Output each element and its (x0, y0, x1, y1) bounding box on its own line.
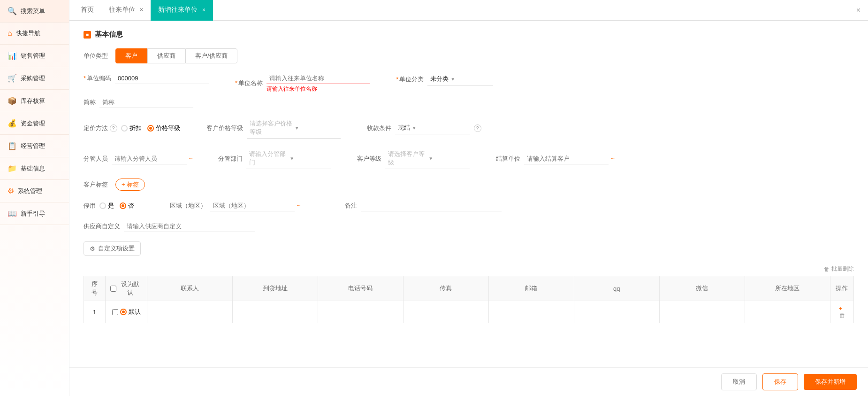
col-action: 操作 (830, 276, 853, 301)
disabled-radio-group: 是 否 (99, 202, 134, 210)
unit-code-input[interactable] (115, 73, 209, 84)
region-table-input[interactable] (750, 309, 825, 316)
radio-disabled-no[interactable]: 否 (120, 202, 134, 210)
tab-new-partner[interactable]: 新增往来单位 × (151, 0, 213, 21)
remark-input[interactable] (361, 200, 502, 211)
sidebar-item-basic[interactable]: 📁 基础信息 (0, 157, 69, 180)
address-input[interactable] (237, 309, 313, 316)
pricing-row: 定价方法 ? 折扣 价格等级 客户价格等级 请选择客户价 (84, 117, 854, 139)
sidebar-item-search[interactable]: 🔍 搜索菜单 (0, 0, 69, 23)
customer-tag-label: 客户标签 (84, 180, 108, 189)
sidebar-item-system[interactable]: ⚙ 系统管理 (0, 180, 69, 202)
tab-partners-close[interactable]: × (140, 7, 143, 13)
remark-group: 备注 (345, 200, 502, 211)
sidebar-item-operations[interactable]: 📋 经营管理 (0, 135, 69, 157)
cell-action: + 🗑 (830, 301, 853, 323)
radio-disabled-yes[interactable]: 是 (99, 202, 114, 210)
custom-settings-button[interactable]: ⚙ 自定义项设置 (84, 241, 141, 256)
cell-address[interactable] (233, 301, 318, 323)
cell-phone[interactable] (318, 301, 404, 323)
settlement-unit-input[interactable] (524, 153, 609, 164)
fax-input[interactable] (408, 309, 484, 316)
btn-supplier[interactable]: 供应商 (147, 48, 185, 63)
customer-level-select[interactable]: 请选择客户等级 ▼ (385, 148, 470, 169)
sidebar-item-inventory[interactable]: 📦 库存核算 (0, 90, 69, 112)
col-phone: 电话号码 (318, 276, 404, 301)
select-all-checkbox[interactable] (110, 286, 116, 292)
short-name-input[interactable] (99, 97, 193, 108)
contact-input[interactable] (152, 309, 228, 316)
tag-add-button[interactable]: + 标签 (115, 179, 145, 191)
sidebar-item-purchase[interactable]: 🛒 采购管理 (0, 67, 69, 90)
cancel-button[interactable]: 取消 (721, 373, 757, 390)
search-icon: 🔍 (8, 7, 17, 16)
tab-home[interactable]: 首页 (73, 0, 101, 21)
pricing-help-icon[interactable]: ? (110, 124, 117, 132)
btn-customer[interactable]: 客户 (115, 48, 147, 63)
col-email: 邮箱 (488, 276, 574, 301)
supplier-custom-input[interactable] (124, 221, 255, 232)
disabled-row: 停用 是 否 区域（地区） ··· (84, 200, 854, 211)
basic-icon: 📁 (8, 164, 17, 173)
cell-qq[interactable] (574, 301, 659, 323)
contact-table: 序号 设为默认 联系人 到货地址 电话号码 传真 邮箱 qq (84, 276, 854, 323)
sidebar-item-sales[interactable]: 📊 销售管理 (0, 45, 69, 67)
payment-terms-chevron: ▼ (412, 125, 417, 131)
radio-grade[interactable]: 价格等级 (147, 124, 180, 132)
manager-dots-btn[interactable]: ··· (189, 155, 192, 163)
region-input[interactable] (210, 200, 295, 211)
phone-input[interactable] (323, 309, 398, 316)
section-header: ■ 基本信息 (84, 30, 854, 39)
cell-fax[interactable] (403, 301, 488, 323)
sidebar-item-finance[interactable]: 💰 资金管理 (0, 112, 69, 135)
unit-type-label: 单位类型 (84, 52, 108, 60)
operations-icon: 📋 (8, 141, 17, 150)
finance-icon: 💰 (8, 119, 17, 128)
radio-discount[interactable]: 折扣 (121, 124, 142, 132)
department-select[interactable]: 请输入分管部门 ▼ (246, 148, 331, 169)
payment-terms-select[interactable]: 现结 ▼ (395, 122, 470, 134)
save-new-button[interactable]: 保存并新增 (804, 374, 857, 390)
manager-input[interactable] (112, 153, 187, 164)
custom-settings-row: ⚙ 自定义项设置 (84, 241, 854, 256)
window-close-button[interactable]: × (853, 6, 864, 15)
unit-category-select[interactable]: 未分类 ▼ (427, 73, 493, 85)
cell-region[interactable] (745, 301, 830, 323)
settlement-dots-btn[interactable]: ··· (610, 155, 614, 163)
row-default-radio[interactable]: 默认 (120, 308, 141, 316)
region-dots-btn[interactable]: ··· (297, 202, 300, 210)
row-checkbox[interactable] (112, 309, 118, 315)
contact-table-section: 🗑 批量删除 序号 设为默认 联系人 到货 (84, 265, 854, 323)
delete-icon: 🗑 (824, 266, 830, 272)
short-name-label: 简称 (84, 98, 96, 107)
manager-row: 分管人员 ··· 分管部门 请输入分管部门 ▼ 客户等级 请选择客户等级 ▼ (84, 148, 854, 169)
cell-email[interactable] (488, 301, 574, 323)
row-default-circle (120, 309, 127, 315)
purchase-icon: 🛒 (8, 74, 17, 83)
short-name-group: 简称 (84, 97, 193, 108)
btn-both[interactable]: 客户/供应商 (185, 48, 237, 63)
system-icon: ⚙ (8, 186, 14, 195)
cell-wechat[interactable] (659, 301, 745, 323)
remark-label: 备注 (345, 202, 357, 210)
col-default: 设为默认 (106, 276, 147, 301)
cell-contact[interactable] (147, 301, 233, 323)
delete-row-button[interactable]: 🗑 (839, 312, 845, 319)
tab-new-partner-close[interactable]: × (202, 7, 206, 13)
qq-input[interactable] (579, 309, 655, 316)
customer-price-level-select[interactable]: 请选择客户价格等级 ▼ (247, 117, 341, 139)
tab-partners[interactable]: 往来单位 × (101, 0, 151, 21)
sidebar-item-guide[interactable]: 📖 新手引导 (0, 202, 69, 225)
unit-category-group: *单位分类 未分类 ▼ (396, 73, 493, 85)
payment-terms-help-icon[interactable]: ? (474, 124, 481, 132)
unit-name-field-wrapper: 请输入往来单位名称 (266, 73, 370, 93)
unit-name-input[interactable] (266, 73, 370, 84)
add-row-button[interactable]: + (838, 305, 842, 312)
wechat-input[interactable] (664, 309, 740, 316)
batch-delete-button[interactable]: 🗑 批量删除 (824, 265, 854, 273)
save-button[interactable]: 保存 (762, 373, 798, 390)
unit-type-row: 单位类型 客户 供应商 客户/供应商 (84, 48, 854, 63)
sidebar-item-quicknav[interactable]: ⌂ 快捷导航 (0, 23, 69, 45)
col-contact: 联系人 (147, 276, 233, 301)
email-input[interactable] (494, 309, 569, 316)
